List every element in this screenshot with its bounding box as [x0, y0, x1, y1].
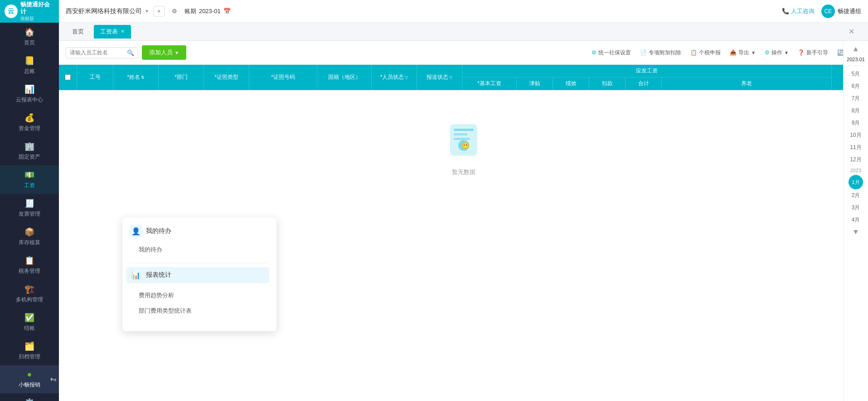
- month-item-8[interactable]: 8月: [845, 105, 867, 117]
- sidebar-item-label: 首页: [24, 39, 35, 47]
- filter-send-status-icon: ▽: [449, 75, 452, 80]
- sidebar-item-xpbx[interactable]: ● 小畅报销 ◀: [0, 365, 59, 393]
- popup-section-report-stats: 📊 报表统计 费用趋势分析 部门费用类型统计表: [130, 267, 269, 319]
- inventory-icon: 📦: [24, 227, 34, 237]
- sidebar-item-multi-org[interactable]: 🏗️ 多机构管理: [0, 280, 59, 308]
- sidebar-item-label: 库存核算: [19, 239, 40, 246]
- settings-button[interactable]: ⚙: [169, 6, 180, 17]
- month-8-label: 8月: [852, 107, 860, 114]
- th-overtime-label: 津贴: [529, 80, 540, 87]
- topbar: 西安虾米网络科技有限公司 ▼ + ⚙ 账期 2023-01 📅 📞 人工咨询 C…: [59, 0, 868, 23]
- popup-todo-title: 我的待办: [146, 227, 171, 235]
- tab-home[interactable]: 首页: [66, 25, 90, 39]
- search-icon[interactable]: 🔍: [127, 49, 134, 56]
- tab-close-icon[interactable]: ✕: [121, 29, 125, 34]
- sidebar-item-salary[interactable]: 💵 工资: [0, 165, 59, 194]
- sidebar-item-tax[interactable]: 📋 税务管理: [0, 251, 59, 280]
- select-all-checkbox[interactable]: [65, 74, 71, 80]
- social-insurance-label: 统一社保设置: [598, 49, 631, 57]
- th-person-status[interactable]: *人员状态 ▽: [372, 65, 417, 90]
- popup-expense-trend-item[interactable]: 费用趋势分析: [134, 288, 269, 303]
- content-area: 🔍 添加人员 ▼ ⚙ 统一社保设置 📄 专项附加扣除 📋 个税申报: [59, 41, 868, 401]
- month-item-2[interactable]: 2月: [845, 189, 867, 202]
- month-item-6[interactable]: 6月: [845, 80, 867, 92]
- month-item-9[interactable]: 9月: [845, 117, 867, 129]
- month-1-label: 1月: [852, 179, 859, 186]
- popup-my-todo-item[interactable]: 我的待办: [134, 242, 269, 257]
- fixed-assets-icon: 🏢: [24, 141, 34, 151]
- month-item-10[interactable]: 10月: [845, 129, 867, 141]
- logo-title: 畅捷通好会计: [20, 1, 54, 15]
- sidebar-item-settlement[interactable]: ✅ 结账: [0, 308, 59, 337]
- operations-button[interactable]: ⚙ 操作 ▼: [760, 47, 793, 59]
- search-wrapper[interactable]: 🔍: [66, 47, 138, 58]
- month-nav-up[interactable]: ▲: [850, 43, 861, 55]
- add-company-button[interactable]: +: [154, 6, 165, 17]
- month-11-label: 11月: [850, 144, 861, 150]
- tab-salary-label: 工资表: [100, 28, 118, 36]
- search-input[interactable]: [70, 49, 124, 56]
- month-item-1-active[interactable]: 1月: [849, 175, 863, 189]
- th-base-salary: *基本工资: [462, 77, 517, 90]
- period-area: 账期 2023-01 📅: [184, 7, 231, 15]
- th-name[interactable]: *姓名 ⇅: [113, 65, 159, 90]
- close-all-button[interactable]: ✕: [842, 27, 861, 36]
- company-name-area[interactable]: 西安虾米网络科技有限公司 ▼: [66, 7, 149, 15]
- empty-state: 😶 暂无数据: [59, 90, 868, 203]
- popup-report-title: 报表统计: [146, 271, 171, 279]
- sidebar-item-archive[interactable]: 🗂️ 归档管理: [0, 337, 59, 365]
- export-button[interactable]: 📤 导出 ▼: [725, 47, 760, 59]
- th-overtime: 津贴: [517, 77, 553, 90]
- sidebar-item-basic-settings[interactable]: ⚙️ 基础设置: [0, 393, 59, 401]
- th-base-salary-label: *基本工资: [477, 80, 501, 87]
- th-name-label: *姓名: [127, 73, 140, 81]
- sidebar-item-label: 工资: [24, 182, 35, 189]
- svg-rect-2: [454, 133, 467, 135]
- new-guide-tb-label: 新手引导: [806, 49, 828, 57]
- new-guide-tb-icon: ❓: [798, 49, 805, 56]
- popup-section-my-todo-header: 👤 我的待办: [130, 225, 269, 237]
- popup-todo-icon: 👤: [130, 225, 142, 237]
- month-nav-down[interactable]: ▼: [850, 226, 861, 238]
- popup-my-todo-label: 我的待办: [139, 246, 162, 253]
- th-pension: 养老: [662, 77, 831, 90]
- th-checkbox[interactable]: [59, 65, 77, 90]
- tab-salary-table[interactable]: 工资表 ✕: [94, 25, 131, 39]
- sidebar-item-label: 固定资产: [19, 153, 40, 161]
- sidebar-item-fund[interactable]: 💰 资金管理: [0, 108, 59, 137]
- new-guide-button[interactable]: ❓ 新手引导: [793, 47, 833, 59]
- special-deduct-button[interactable]: 📄 专项附加扣除: [635, 47, 686, 59]
- month-5-label: 5月: [852, 71, 860, 77]
- multi-org-icon: 🏗️: [24, 284, 34, 294]
- logo-icon-text: 云: [8, 7, 14, 15]
- avatar: CE: [821, 5, 835, 18]
- month-item-4[interactable]: 4月: [845, 214, 867, 226]
- month-item-7[interactable]: 7月: [845, 92, 867, 105]
- fund-icon: 💰: [24, 113, 34, 123]
- sidebar-item-fixed-assets[interactable]: 🏢 固定资产: [0, 137, 59, 165]
- user-area[interactable]: CE 畅捷通组: [821, 5, 861, 18]
- th-total-label: 合计: [638, 80, 649, 87]
- calendar-icon[interactable]: 📅: [223, 8, 231, 14]
- social-insurance-button[interactable]: ⚙ 统一社保设置: [587, 47, 635, 59]
- sidebar-item-general-ledger[interactable]: 📒 总账: [0, 51, 59, 80]
- sidebar-item-inventory[interactable]: 📦 库存核算: [0, 222, 59, 251]
- sidebar-item-home[interactable]: 🏠 首页: [0, 23, 59, 51]
- sidebar-item-invoice[interactable]: 🧾 发票管理: [0, 194, 59, 222]
- service-button[interactable]: 📞 人工咨询: [782, 7, 815, 15]
- month-item-5[interactable]: 5月: [845, 68, 867, 80]
- sidebar-item-label: 资金管理: [19, 125, 40, 132]
- th-deduct-label: 扣款: [602, 80, 613, 87]
- add-person-button[interactable]: 添加人员 ▼: [142, 45, 186, 60]
- th-send-status[interactable]: 报送状态 ▽: [417, 65, 462, 90]
- sidebar-item-cloud-report[interactable]: 📊 云报表中心: [0, 80, 59, 108]
- tax-report-label: 个税申报: [699, 49, 721, 57]
- month-item-12[interactable]: 12月: [845, 154, 867, 166]
- popup-dept-expense-item[interactable]: 部门费用类型统计表: [134, 303, 269, 319]
- tax-report-button[interactable]: 📋 个税申报: [686, 47, 725, 59]
- logo: 云 畅捷通好会计 旗舰版: [0, 0, 59, 23]
- month-item-11[interactable]: 11月: [845, 141, 867, 154]
- special-deduct-icon: 📄: [640, 49, 647, 56]
- export-label: 导出: [738, 49, 749, 57]
- month-item-3[interactable]: 3月: [845, 202, 867, 214]
